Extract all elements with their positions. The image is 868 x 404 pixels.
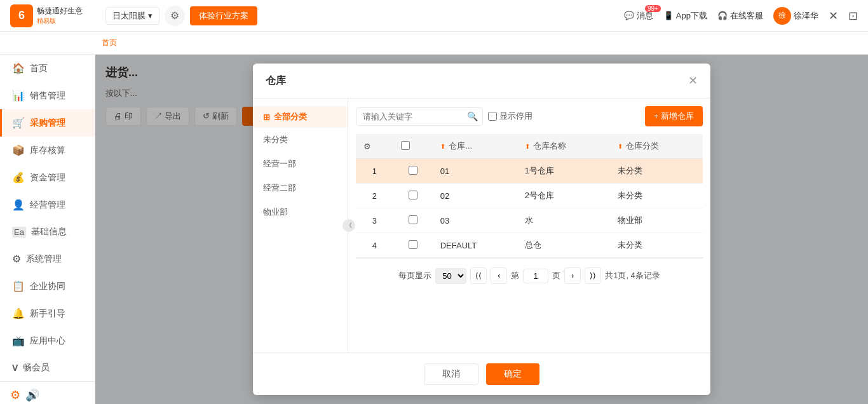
top-header: 6 畅捷通好生意 精易版 日太阳膜 ▾ ⚙ 体验行业方案 💬 消息 99+ 📱 … [0, 0, 868, 32]
search-button[interactable]: 🔍 [467, 111, 478, 121]
last-page-button[interactable]: ⟩⟩ [585, 267, 601, 284]
app-download-button[interactable]: 📱 App下载 [663, 10, 707, 22]
settings-bottom-icon[interactable]: ⚙ [10, 388, 20, 402]
grid-icon: ⊞ [263, 112, 270, 122]
row-name: 水 [517, 208, 610, 233]
table-row[interactable]: 2 02 2号仓库 未分类 [356, 184, 703, 208]
row-name: 总仓 [517, 233, 610, 258]
row-code: 02 [433, 184, 517, 208]
logo-icon: 6 [10, 4, 33, 27]
sidebar-item-finance[interactable]: 💰 资金管理 [0, 164, 95, 191]
category-item-ops1[interactable]: 经营一部 [253, 152, 348, 176]
search-input[interactable] [356, 107, 483, 126]
col-category: ⬆ 仓库分类 [610, 134, 703, 159]
sound-icon[interactable]: 🔊 [25, 388, 39, 402]
col-settings[interactable]: ⚙ [356, 134, 393, 159]
total-label: 共1页, 4条记录 [605, 270, 660, 281]
service-button[interactable]: 🎧 在线客服 [717, 10, 763, 22]
row-code: DEFAULT [433, 233, 517, 258]
operations-icon: 👤 [12, 199, 25, 211]
basics-icon: Ea [12, 227, 26, 238]
select-all-checkbox[interactable] [401, 141, 410, 150]
sidebar: 🏠 首页 📊 销售管理 🛒 采购管理 📦 库存核算 💰 资金管理 👤 经营管理 … [0, 55, 95, 404]
row-category: 物业部 [610, 208, 703, 233]
sidebar-item-sales[interactable]: 📊 销售管理 [0, 82, 95, 109]
sidebar-item-purchase[interactable]: 🛒 采购管理 [0, 109, 95, 137]
enterprise-icon: 📋 [12, 280, 25, 292]
phone-icon: 📱 [663, 11, 674, 20]
next-page-button[interactable]: › [564, 267, 581, 284]
prev-page-button[interactable]: ‹ [491, 267, 507, 284]
system-icon: ⚙ [12, 253, 21, 265]
confirm-button[interactable]: 确定 [486, 363, 539, 385]
category-all[interactable]: ⊞ 全部分类 [253, 106, 348, 128]
sidebar-bottom: ⚙ 🔊 [0, 381, 95, 404]
show-disabled-checkbox[interactable] [488, 112, 497, 121]
sidebar-item-enterprise[interactable]: 📋 企业协同 [0, 273, 95, 300]
cancel-button[interactable]: 取消 [424, 363, 478, 385]
category-panel: ⊞ 全部分类 《 未分类 经营一部 经营二部 物业部 [253, 98, 348, 353]
sidebar-item-basics[interactable]: Ea 基础信息 [0, 219, 95, 245]
category-item-ops2[interactable]: 经营二部 [253, 176, 348, 200]
apps-icon: 📺 [12, 335, 25, 347]
modal-body: ⊞ 全部分类 《 未分类 经营一部 经营二部 物业部 [253, 98, 710, 353]
breadcrumb[interactable]: 首页 [102, 37, 117, 48]
breadcrumb-bar: 首页 [0, 32, 868, 55]
member-icon: V [12, 363, 18, 373]
sidebar-item-apps[interactable]: 📺 应用中心 [0, 327, 95, 354]
row-checkbox[interactable] [393, 184, 433, 208]
row-checkbox[interactable] [393, 208, 433, 233]
row-code: 01 [433, 159, 517, 184]
message-button[interactable]: 💬 消息 99+ [624, 10, 653, 22]
settings-button[interactable]: ⚙ [165, 6, 185, 26]
table-row[interactable]: 3 03 水 物业部 [356, 208, 703, 233]
row-checkbox[interactable] [393, 233, 433, 258]
logo-text: 畅捷通好生意 精易版 [37, 6, 83, 25]
maximize-icon[interactable]: ⊡ [848, 9, 858, 23]
show-disabled-label[interactable]: 显示停用 [488, 111, 532, 122]
sidebar-item-operations[interactable]: 👤 经营管理 [0, 191, 95, 219]
trial-button[interactable]: 体验行业方案 [190, 6, 257, 25]
category-item-unclassified[interactable]: 未分类 [253, 128, 348, 152]
add-warehouse-button[interactable]: + 新增仓库 [645, 106, 703, 126]
modal-title: 仓库 [266, 74, 286, 88]
modal-header: 仓库 ✕ [253, 64, 710, 98]
header-right: 💬 消息 99+ 📱 App下载 🎧 在线客服 徐 徐泽华 ✕ ⊡ [624, 7, 858, 25]
per-page-select[interactable]: 50 [435, 268, 466, 284]
collapse-button[interactable]: 《 [342, 219, 355, 232]
purchase-icon: 🛒 [12, 117, 25, 129]
sidebar-item-home[interactable]: 🏠 首页 [0, 55, 95, 82]
row-num: 1 [356, 159, 393, 184]
window-close-icon[interactable]: ✕ [829, 9, 838, 23]
store-selector[interactable]: 日太阳膜 ▾ [105, 7, 159, 25]
page-label: 第 [511, 270, 519, 281]
sort-icon: ⬆ [440, 143, 445, 150]
message-badge: 99+ [645, 5, 661, 12]
modal-overlay: 仓库 ✕ ⊞ 全部分类 《 未分类 经营一部 经营二部 [95, 55, 868, 404]
main-layout: 🏠 首页 📊 销售管理 🛒 采购管理 📦 库存核算 💰 资金管理 👤 经营管理 … [0, 55, 868, 404]
table-header-row: ⚙ ⬆ 仓库... ⬆ 仓库名称 [356, 134, 703, 159]
user-menu[interactable]: 徐 徐泽华 [773, 7, 818, 25]
sidebar-item-guide[interactable]: 🔔 新手引导 [0, 300, 95, 327]
main-content: 进货... 按以下... 🖨 印 ↗ 导出 ↺ 刷新 查询 设置 仓库 ✕ [95, 55, 868, 404]
message-icon: 💬 [624, 11, 634, 20]
header-middle: 日太阳膜 ▾ ⚙ 体验行业方案 [105, 6, 624, 26]
search-wrap: 🔍 [356, 107, 483, 126]
category-item-property[interactable]: 物业部 [253, 200, 348, 224]
table-row[interactable]: 4 DEFAULT 总仓 未分类 [356, 233, 703, 258]
sidebar-item-inventory[interactable]: 📦 库存核算 [0, 137, 95, 164]
col-code: ⬆ 仓库... [433, 134, 517, 159]
sidebar-item-system[interactable]: ⚙ 系统管理 [0, 245, 95, 273]
page-input[interactable] [523, 269, 548, 283]
avatar: 徐 [773, 7, 791, 25]
sidebar-item-member[interactable]: V 畅会员 [0, 354, 95, 381]
row-category: 未分类 [610, 159, 703, 184]
headset-icon: 🎧 [717, 11, 728, 20]
chevron-down-icon: ▾ [148, 11, 153, 20]
sales-icon: 📊 [12, 90, 25, 102]
table-row[interactable]: 1 01 1号仓库 未分类 [356, 159, 703, 184]
modal-close-button[interactable]: ✕ [688, 74, 698, 88]
first-page-button[interactable]: ⟨⟨ [470, 267, 487, 284]
row-checkbox[interactable] [393, 159, 433, 184]
per-page-label: 每页显示 [398, 270, 431, 281]
